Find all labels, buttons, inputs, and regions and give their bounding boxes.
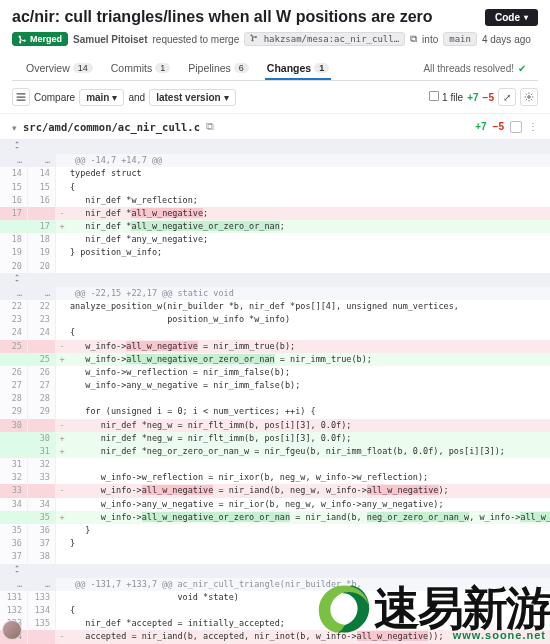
- fork-icon: [250, 34, 258, 42]
- file-collapse-toggle[interactable]: [12, 121, 17, 133]
- diff-line[interactable]: 30+ nir_def *neg_w = nir_flt_imm(b, pos[…: [0, 432, 550, 445]
- file-path[interactable]: src/amd/common/ac_nir_cull.c: [23, 121, 200, 133]
- target-branch[interactable]: main: [443, 32, 477, 46]
- merged-badge: Merged: [12, 32, 68, 46]
- time-ago: 4 days ago: [482, 34, 531, 45]
- diff-line[interactable]: 3738: [0, 550, 550, 563]
- diff-line[interactable]: 2626 w_info->w_reflection = nir_imm_fals…: [0, 366, 550, 379]
- file-additions: +7: [475, 121, 486, 132]
- file-tree-toggle[interactable]: [12, 88, 30, 106]
- diff-line[interactable]: 3434 w_info->any_w_negative = nir_ior(b,…: [0, 498, 550, 511]
- diff-line[interactable]: 31+ nir_def *neg_or_zero_or_nan_w = nir_…: [0, 445, 550, 458]
- copy-branch-icon[interactable]: ⧉: [410, 33, 417, 45]
- diff-line[interactable]: 132134 {: [0, 604, 550, 617]
- compare-and: and: [128, 92, 145, 103]
- copy-path-icon[interactable]: ⧉: [206, 120, 214, 133]
- diff-line[interactable]: 2222 analyze_position_w(nir_builder *b, …: [0, 300, 550, 313]
- diff-settings-button[interactable]: [520, 88, 538, 106]
- tab-pipelines[interactable]: Pipelines6: [186, 56, 251, 80]
- total-deletions: −5: [483, 92, 494, 103]
- tree-icon: [16, 92, 26, 102]
- diff-line[interactable]: 134- accepted = nir_iand(b, accepted, ni…: [0, 630, 550, 643]
- diff-line[interactable]: 2828: [0, 392, 550, 405]
- diff-line[interactable]: 33- w_info->all_w_negative = nir_iand(b,…: [0, 484, 550, 497]
- gear-icon: [524, 92, 534, 102]
- diff-line[interactable]: 17+ nir_def *all_w_negative_or_zero_or_n…: [0, 220, 550, 233]
- diff-line[interactable]: 1414 typedef struct: [0, 167, 550, 180]
- diff-line[interactable]: 3233 w_info->w_reflection = nir_ixor(b, …: [0, 471, 550, 484]
- expand-context[interactable]: [0, 564, 550, 578]
- diff-line[interactable]: 131133 void *state): [0, 591, 550, 604]
- diff-line[interactable]: 2323 position_w_info *w_info): [0, 313, 550, 326]
- expand-all-button[interactable]: ⤢: [498, 88, 516, 106]
- expand-context[interactable]: [0, 273, 550, 287]
- hunk-header: …… @@ -131,7 +133,7 @@ ac_nir_cull_trian…: [0, 578, 550, 591]
- diff-line[interactable]: 2424 {: [0, 326, 550, 339]
- diff-viewer: …… @@ -14,7 +14,7 @@1414 typedef struct1…: [0, 140, 550, 644]
- diff-line[interactable]: 30- nir_def *neg_w = nir_flt_imm(b, pos[…: [0, 419, 550, 432]
- diff-line[interactable]: 17- nir_def *all_w_negative;: [0, 207, 550, 220]
- user-avatar[interactable]: [2, 620, 22, 640]
- author-link[interactable]: Samuel Pitoiset: [73, 34, 147, 45]
- svg-point-0: [528, 96, 531, 99]
- diff-line[interactable]: 1919 } position_w_info;: [0, 246, 550, 259]
- into-text: into: [422, 34, 438, 45]
- diff-line[interactable]: 1616 nir_def *w_reflection;: [0, 194, 550, 207]
- diff-line[interactable]: 133135 nir_def *accepted = initially_acc…: [0, 617, 550, 630]
- files-count: 1 file: [429, 91, 463, 103]
- hunk-header: …… @@ -22,15 +22,17 @@ static void: [0, 287, 550, 300]
- threads-resolved: All threads resolved!✔: [423, 56, 526, 80]
- compare-label: Compare: [34, 92, 75, 103]
- tab-changes[interactable]: Changes1: [265, 56, 331, 80]
- mr-title: ac/nir: cull triangles/lines when all W …: [12, 8, 433, 26]
- diff-line[interactable]: 2727 w_info->any_w_negative = nir_imm_fa…: [0, 379, 550, 392]
- tab-overview[interactable]: Overview14: [24, 56, 95, 80]
- diff-line[interactable]: 25+ w_info->all_w_negative_or_zero_or_na…: [0, 353, 550, 366]
- diff-line[interactable]: 1515 {: [0, 181, 550, 194]
- diff-line[interactable]: 35+ w_info->all_w_negative_or_zero_or_na…: [0, 511, 550, 524]
- source-branch[interactable]: hakzsam/mesa:ac_nir_cull…: [244, 32, 405, 46]
- file-icon: [429, 91, 439, 101]
- tab-commits[interactable]: Commits1: [109, 56, 172, 80]
- total-additions: +7: [467, 92, 478, 103]
- diff-line[interactable]: 2020: [0, 260, 550, 273]
- compare-latest-dropdown[interactable]: latest version ▾: [149, 89, 235, 106]
- diff-line[interactable]: 3132: [0, 458, 550, 471]
- diff-line[interactable]: 2929 for (unsigned i = 0; i < num_vertic…: [0, 405, 550, 418]
- mark-viewed-checkbox[interactable]: [510, 121, 522, 133]
- compare-main-dropdown[interactable]: main ▾: [79, 89, 124, 106]
- diff-line[interactable]: 1818 nir_def *any_w_negative;: [0, 233, 550, 246]
- diff-line[interactable]: 25- w_info->all_w_negative = nir_imm_tru…: [0, 340, 550, 353]
- code-button[interactable]: Code: [485, 9, 538, 26]
- merge-icon: [18, 35, 27, 44]
- file-actions-menu[interactable]: ⋮: [528, 121, 538, 132]
- expand-context[interactable]: [0, 140, 550, 154]
- action-text: requested to merge: [152, 34, 239, 45]
- file-deletions: −5: [493, 121, 504, 132]
- diff-line[interactable]: 3637 }: [0, 537, 550, 550]
- check-icon: ✔: [518, 63, 526, 74]
- diff-line[interactable]: 3536 }: [0, 524, 550, 537]
- hunk-header: …… @@ -14,7 +14,7 @@: [0, 154, 550, 167]
